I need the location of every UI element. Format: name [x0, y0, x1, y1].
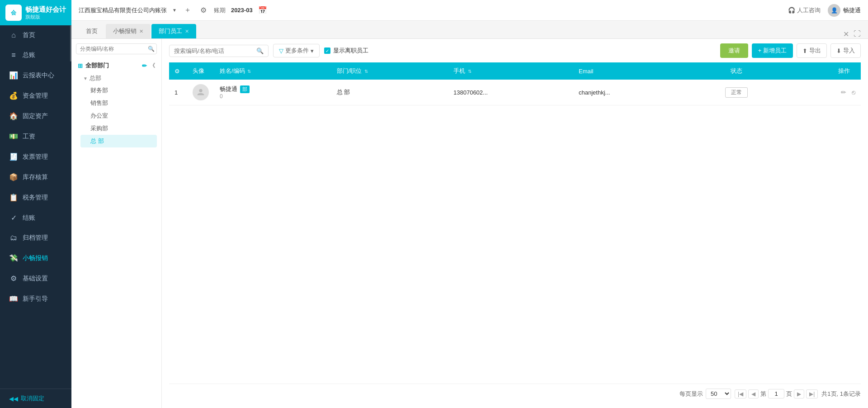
dept-child-finance[interactable]: 财务部	[80, 84, 157, 97]
sidebar-item-label: 首页	[23, 31, 35, 39]
sidebar-item-label: 库存核算	[23, 173, 48, 181]
user-name: 畅捷通	[843, 6, 861, 14]
main-content: 江西服宝精品有限责任公司内账张 ▼ ＋ ⚙ 账期 2023-03 📅 🎧 人工咨…	[71, 0, 868, 408]
company-dropdown-icon[interactable]: ▼	[172, 8, 177, 13]
page-input[interactable]	[768, 389, 784, 399]
tab-dept-employee-close[interactable]: ✕	[185, 28, 189, 34]
sidebar-item-archive[interactable]: 🗂 归档管理	[0, 228, 71, 248]
status-badge: 正常	[725, 87, 748, 98]
dept-child-general[interactable]: 总 部	[80, 135, 157, 147]
salary-icon: 💵	[9, 132, 18, 141]
period-value[interactable]: 2023-03	[231, 7, 253, 14]
settings-button[interactable]: ⚙	[198, 4, 208, 16]
tab-reimbursement[interactable]: 小畅报销 ✕	[106, 24, 151, 38]
window-close-icon[interactable]: ✕	[843, 30, 849, 38]
dept-edit-icon[interactable]: ✏	[142, 62, 147, 69]
per-page-control: 每页显示 50 100 200	[679, 389, 731, 399]
th-settings[interactable]: ⚙	[169, 62, 187, 80]
dept-search-icon[interactable]: 🔍	[148, 46, 155, 52]
employee-search-box[interactable]: 🔍	[169, 45, 269, 57]
fund-icon: 💰	[9, 91, 18, 100]
dept-child-sales[interactable]: 销售部	[80, 97, 157, 109]
sidebar-item-fund[interactable]: 💰 资金管理	[0, 85, 71, 106]
page-navigation: |◀ ◀ 第 页 ▶ ▶|	[735, 389, 818, 399]
employee-search-input[interactable]	[174, 47, 256, 54]
import-button[interactable]: ⬇ 导入	[830, 43, 861, 58]
last-page-button[interactable]: ▶|	[806, 389, 818, 399]
archive-icon: 🗂	[9, 234, 18, 242]
sidebar-item-home[interactable]: ⌂ 首页	[0, 25, 71, 45]
asset-icon: 🏠	[9, 112, 18, 120]
employee-search-icon[interactable]: 🔍	[256, 47, 264, 54]
show-resigned-toggle[interactable]: ✓ 显示离职员工	[324, 47, 368, 55]
show-resigned-checkbox[interactable]: ✓	[324, 47, 330, 54]
sidebar-item-label: 固定资产	[23, 112, 48, 120]
customer-service-button[interactable]: 🎧 人工咨询	[788, 6, 821, 14]
sidebar-nav: ⌂ 首页 ≡ 总账 📊 云报表中心 💰 资金管理 🏠 固定资产 💵 工资 🧾 发…	[0, 25, 71, 389]
sidebar-item-label: 资金管理	[23, 92, 48, 100]
th-actions: 操作	[783, 62, 861, 80]
edit-icon[interactable]: ✏	[841, 89, 846, 96]
tab-dept-employee[interactable]: 部门员工 ✕	[151, 24, 196, 38]
sidebar-item-tax[interactable]: 📋 税务管理	[0, 187, 71, 208]
reports-icon: 📊	[9, 71, 18, 80]
dept-parent-general[interactable]: ▼ 总部	[80, 72, 157, 84]
dept-search-box[interactable]: 🔍	[76, 43, 157, 54]
th-dept[interactable]: 部门/职位 ⇅	[331, 62, 448, 80]
window-expand-icon[interactable]: ⛶	[854, 30, 861, 38]
sidebar-item-inventory[interactable]: 📦 库存核算	[0, 167, 71, 187]
first-page-button[interactable]: |◀	[735, 389, 746, 399]
tab-home[interactable]: 首页	[79, 24, 105, 38]
add-employee-button[interactable]: + 新增员工	[752, 43, 793, 58]
th-name[interactable]: 姓名/编码 ⇅	[214, 62, 331, 80]
sidebar-item-invoice[interactable]: 🧾 发票管理	[0, 147, 71, 167]
next-page-button[interactable]: ▶	[794, 389, 804, 399]
unpin-button[interactable]: ◀◀ 取消固定	[0, 389, 71, 408]
tax-icon: 📋	[9, 193, 18, 202]
tab-reimbursement-close[interactable]: ✕	[139, 28, 143, 34]
company-name[interactable]: 江西服宝精品有限责任公司内账张	[79, 6, 167, 14]
page-unit: 页	[786, 390, 792, 398]
calendar-icon[interactable]: 📅	[258, 6, 267, 14]
export-button[interactable]: ⬆ 导出	[797, 43, 827, 58]
logout-icon[interactable]: ⎋	[852, 89, 855, 96]
sidebar-item-reimbursement[interactable]: 💸 小畅报销	[0, 248, 71, 268]
sidebar-item-new-guide[interactable]: 📖 新手引导	[0, 289, 71, 309]
dept-child-purchasing[interactable]: 采购部	[80, 122, 157, 135]
employee-code: 0	[220, 93, 326, 100]
prev-page-button[interactable]: ◀	[748, 389, 759, 399]
sidebar-item-reports[interactable]: 📊 云报表中心	[0, 65, 71, 85]
th-phone[interactable]: 手机 ⇅	[448, 62, 573, 80]
add-company-button[interactable]: ＋	[182, 4, 193, 17]
action-icons: ✏ ⎋	[788, 89, 855, 96]
all-departments-header[interactable]: ⊞ 全部部门 ✏ 《	[76, 59, 157, 72]
sidebar-item-label: 税务管理	[23, 194, 48, 202]
sidebar-item-checkout[interactable]: ✓ 结账	[0, 208, 71, 228]
sidebar-item-ledger[interactable]: ≡ 总账	[0, 45, 71, 65]
dept-child-office[interactable]: 办公室	[80, 109, 157, 122]
dept-collapse-icon[interactable]: 《	[150, 62, 155, 70]
sidebar-item-basic-settings[interactable]: ⚙ 基础设置	[0, 268, 71, 289]
sidebar-item-fixed-asset[interactable]: 🏠 固定资产	[0, 106, 71, 126]
per-page-label: 每页显示	[679, 390, 703, 398]
sidebar-item-salary[interactable]: 💵 工资	[0, 126, 71, 147]
cell-name: 畅捷通 部 0	[214, 80, 331, 105]
unpin-icon: ◀◀	[9, 395, 18, 402]
filter-button[interactable]: ▽ 更多条件 ▾	[273, 44, 320, 57]
sidebar: 会 畅捷通好会计 旗舰版 ⌂ 首页 ≡ 总账 📊 云报表中心 💰 资金管理 🏠 …	[0, 0, 71, 408]
employee-table-container: ⚙ 头像 姓名/编码 ⇅ 部门/职位 ⇅ 手机 ⇅ Email 状态 操作 1	[169, 62, 861, 380]
avatar: 👤	[828, 4, 840, 17]
sidebar-item-label: 基础设置	[23, 275, 48, 283]
column-settings-icon[interactable]: ⚙	[175, 68, 180, 75]
invite-button[interactable]: 邀请	[720, 43, 748, 58]
user-profile[interactable]: 👤 畅捷通	[828, 4, 861, 17]
th-status: 状态	[690, 62, 783, 80]
toolbar-right: 邀请 + 新增员工 ⬆ 导出 ⬇ 导入	[720, 43, 861, 58]
per-page-select[interactable]: 50 100 200	[706, 389, 731, 399]
cell-phone: 138070602...	[448, 80, 573, 105]
dept-search-input[interactable]	[80, 46, 148, 52]
name-sort-icon: ⇅	[247, 69, 251, 74]
header-right: 🎧 人工咨询 👤 畅捷通	[788, 4, 861, 17]
filter-arrow-icon: ▾	[311, 47, 314, 54]
tab-reimbursement-label: 小畅报销	[113, 27, 137, 35]
